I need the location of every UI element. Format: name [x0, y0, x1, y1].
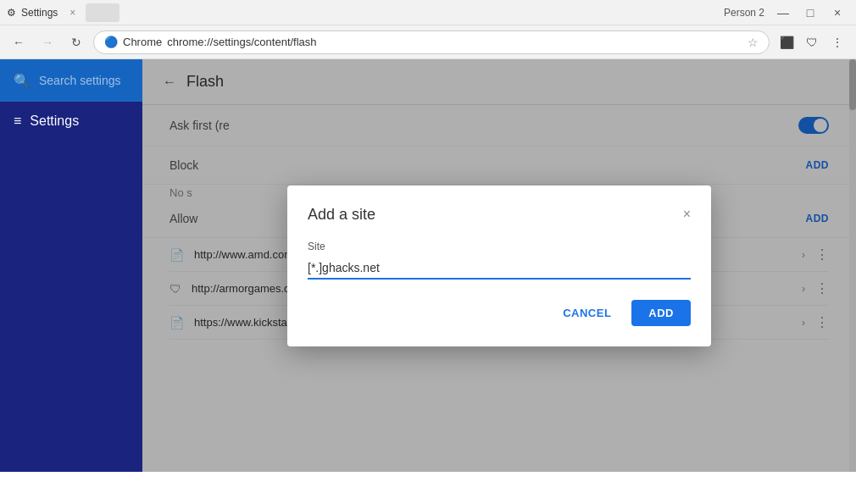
field-label: Site [308, 241, 691, 252]
bookmark-star-button[interactable]: ☆ [748, 36, 759, 49]
chrome-text: Chrome [123, 36, 162, 48]
window-controls: — □ × [771, 3, 849, 22]
reload-button[interactable]: ↻ [64, 30, 88, 54]
search-icon: 🔍 [14, 73, 31, 89]
main-layout: 🔍 ≡ Settings ← Flash Ask first (re Block… [0, 59, 856, 472]
back-button[interactable]: ← [7, 30, 31, 54]
modal-overlay: Add a site × Site CANCEL ADD [142, 59, 856, 472]
add-button[interactable]: ADD [631, 300, 691, 326]
title-bar-left: ⚙ Settings × [7, 3, 120, 22]
close-window-button[interactable]: × [825, 3, 849, 22]
dialog-footer: CANCEL ADD [308, 300, 691, 326]
settings-search: 🔍 [0, 59, 142, 102]
tab-gear-icon: ⚙ [7, 7, 16, 19]
tab-label: Settings [21, 7, 58, 19]
hamburger-icon[interactable]: ≡ [14, 114, 21, 129]
sidebar-title: Settings [30, 114, 79, 129]
user-label: Person 2 [724, 7, 764, 19]
title-bar: ⚙ Settings × Person 2 — □ × [0, 0, 856, 25]
dialog-close-button[interactable]: × [683, 207, 691, 222]
cancel-button[interactable]: CANCEL [549, 300, 625, 326]
address-input-wrapper: 🔵 Chrome ☆ [93, 30, 770, 54]
maximize-button[interactable]: □ [798, 3, 822, 22]
toolbar-icons: ⬛ 🛡 ⋮ [775, 30, 849, 54]
sidebar-header: ≡ Settings [0, 102, 142, 141]
content-area: ← Flash Ask first (re Block ADD No s All… [142, 59, 856, 472]
dialog-header: Add a site × [308, 206, 691, 224]
sidebar: 🔍 ≡ Settings [0, 59, 142, 472]
shield-icon-button[interactable]: 🛡 [800, 30, 824, 54]
address-bar: ← → ↻ 🔵 Chrome ☆ ⬛ 🛡 ⋮ [0, 25, 856, 59]
new-tab-placeholder [86, 3, 120, 22]
site-input[interactable] [308, 258, 691, 280]
menu-button[interactable]: ⋮ [825, 30, 849, 54]
close-tab-icon[interactable]: × [69, 7, 75, 19]
cast-button[interactable]: ⬛ [775, 30, 798, 54]
forward-button[interactable]: → [36, 30, 59, 54]
add-site-dialog: Add a site × Site CANCEL ADD [287, 186, 711, 346]
dialog-title: Add a site [308, 206, 375, 224]
minimize-button[interactable]: — [771, 3, 795, 22]
address-input[interactable] [167, 36, 742, 48]
dialog-body: Site [308, 241, 691, 280]
title-bar-right: Person 2 — □ × [724, 3, 849, 22]
chrome-brand-icon: 🔵 [104, 36, 118, 48]
